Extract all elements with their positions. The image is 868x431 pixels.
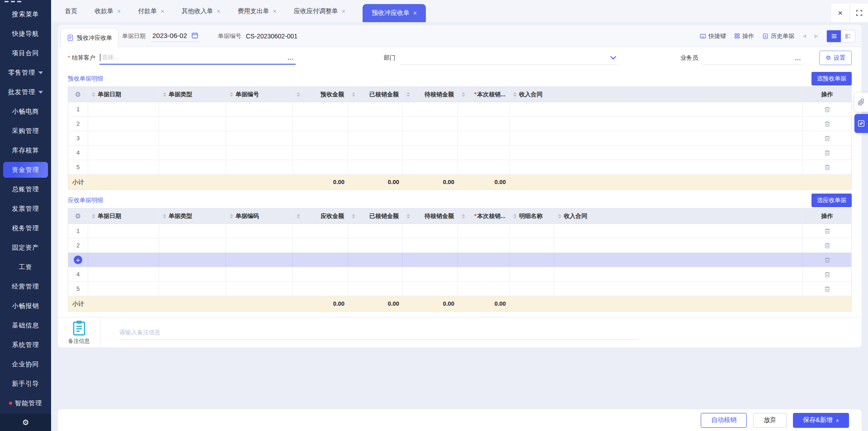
column-header[interactable]: 待核销金额 [403, 208, 458, 223]
delete-row-button[interactable] [824, 150, 830, 156]
sidebar-item[interactable]: 总账管理 [0, 180, 51, 199]
delete-row-button[interactable] [824, 228, 830, 234]
dept-select[interactable] [400, 51, 617, 65]
tab-item[interactable]: 付款单× [138, 0, 164, 22]
sort-icon[interactable] [230, 92, 233, 97]
column-header[interactable]: 待核销金额 [403, 87, 458, 102]
sort-icon[interactable] [558, 214, 561, 218]
attachment-button[interactable] [854, 93, 868, 112]
sort-icon[interactable] [462, 214, 465, 218]
auto-verify-button[interactable]: 自动核销 [701, 413, 747, 428]
sidebar-item[interactable]: 工资 [0, 257, 51, 277]
column-header[interactable]: 单据类型 [159, 208, 226, 223]
sort-icon[interactable] [163, 214, 166, 218]
column-header[interactable]: *本次核销... [458, 87, 509, 102]
select-prepaid-docs-button[interactable]: 选预收单据 [811, 72, 852, 85]
list-view-button[interactable] [827, 30, 841, 42]
column-header[interactable]: 已核销金额 [348, 87, 403, 102]
table-row[interactable]: 5 [68, 160, 851, 175]
sort-icon[interactable] [513, 214, 517, 218]
sort-icon[interactable] [513, 92, 517, 97]
tab-item[interactable]: 首页 [65, 0, 77, 22]
close-icon[interactable]: × [413, 9, 417, 17]
tab-item[interactable]: 收款单× [94, 0, 121, 22]
close-icon[interactable]: × [117, 8, 121, 15]
delete-row-button[interactable] [824, 271, 830, 278]
delete-row-button[interactable] [824, 135, 830, 142]
column-header[interactable]: 单据编号 [226, 87, 293, 102]
settings-button[interactable]: ⚙ 设置 [819, 51, 852, 65]
column-header[interactable]: 单据编码 [226, 208, 293, 223]
sidebar-item[interactable]: 资金管理 [0, 160, 51, 180]
sort-icon[interactable] [352, 92, 355, 97]
column-header[interactable]: 预收金额 [293, 87, 348, 102]
expand-button[interactable] [854, 114, 868, 133]
delete-row-button[interactable] [824, 257, 830, 263]
settings-gear-icon[interactable]: ⚙ [22, 418, 29, 427]
sidebar-item[interactable]: 采购管理 [0, 121, 51, 141]
card-view-button[interactable] [841, 30, 855, 42]
column-header[interactable]: 单据日期 [88, 87, 159, 102]
delete-row-button[interactable] [824, 286, 830, 292]
column-header[interactable]: 明细名称 [509, 208, 554, 223]
column-settings-icon[interactable]: ⚙ [75, 90, 81, 99]
discard-button[interactable]: 放弃 [753, 413, 787, 428]
delete-row-button[interactable] [824, 242, 830, 249]
close-icon[interactable]: × [342, 8, 345, 15]
add-row-button[interactable]: + [74, 256, 82, 264]
sort-icon[interactable] [297, 92, 300, 97]
sidebar-item[interactable]: 批发管理 [0, 82, 51, 102]
remark-input[interactable]: 请输入备注信息 [100, 317, 862, 347]
history-docs-button[interactable]: 历史单据 [762, 32, 794, 40]
sort-icon[interactable] [297, 214, 300, 218]
sidebar-item[interactable]: 快捷导航 [0, 24, 51, 43]
shortcut-keys-button[interactable]: 快捷键 [700, 32, 726, 40]
sidebar-item[interactable]: 税务管理 [0, 218, 51, 238]
remark-tab[interactable]: 备注信息 [58, 317, 100, 347]
sidebar-item[interactable]: 零售管理 [0, 63, 51, 82]
sort-icon[interactable] [406, 92, 410, 97]
sidebar-item[interactable]: 企业协同 [0, 355, 51, 374]
customer-input[interactable]: 选择... ... [99, 51, 296, 65]
tab-item[interactable]: 费用支出单× [238, 0, 277, 22]
sidebar-item[interactable]: 经营管理 [0, 277, 51, 296]
close-icon[interactable]: × [160, 8, 164, 15]
delete-row-button[interactable] [824, 164, 830, 171]
sidebar-item[interactable]: 发票管理 [0, 199, 51, 218]
sort-icon[interactable] [92, 92, 95, 97]
sidebar-item[interactable]: 新手引导 [0, 374, 51, 393]
doc-tab[interactable]: 预收冲应收单 [61, 28, 118, 47]
close-icon[interactable]: × [273, 8, 277, 15]
table-row[interactable]: 4 [68, 146, 851, 160]
sidebar-item[interactable]: 项目合同 [0, 43, 51, 63]
customer-picker-icon[interactable]: ... [288, 54, 294, 61]
sidebar-item[interactable]: 系统管理 [0, 335, 51, 355]
table-row[interactable]: + [68, 253, 851, 267]
delete-row-button[interactable] [824, 106, 830, 113]
tab-item[interactable]: 其他收入单× [181, 0, 220, 22]
sidebar-item[interactable]: 基础信息 [0, 316, 51, 335]
prev-arrow-icon[interactable]: ◀ [802, 33, 806, 39]
salesman-picker-icon[interactable]: ... [795, 55, 801, 62]
column-settings-icon[interactable]: ⚙ [75, 212, 81, 220]
operations-button[interactable]: 操作 [734, 32, 754, 40]
close-tab-icon[interactable]: × [831, 4, 849, 22]
save-and-new-button[interactable]: 保存&新增 ∧ [793, 413, 849, 428]
table-row[interactable]: 2 [68, 117, 851, 131]
sidebar-item[interactable]: 固定资产 [0, 238, 51, 257]
tab-item[interactable]: 预收冲应收单× [363, 4, 426, 22]
column-header[interactable]: 单据日期 [88, 208, 159, 223]
sidebar-item[interactable]: 智能管理 [0, 393, 51, 413]
table-row[interactable]: 1 [68, 224, 851, 238]
date-input[interactable]: 2023-06-02 [151, 30, 200, 42]
column-header[interactable]: 应收金额 [293, 208, 348, 223]
table-row[interactable]: 3 [68, 131, 851, 146]
sort-icon[interactable] [92, 214, 95, 218]
next-arrow-icon[interactable]: ▶ [815, 33, 818, 39]
sidebar-item[interactable]: 小畅报销 [0, 296, 51, 316]
sort-icon[interactable] [230, 214, 233, 218]
delete-row-button[interactable] [824, 121, 830, 127]
sidebar-item[interactable]: 库存核算 [0, 141, 51, 160]
sort-icon[interactable] [462, 92, 465, 97]
salesman-input[interactable]: ... [703, 51, 803, 65]
